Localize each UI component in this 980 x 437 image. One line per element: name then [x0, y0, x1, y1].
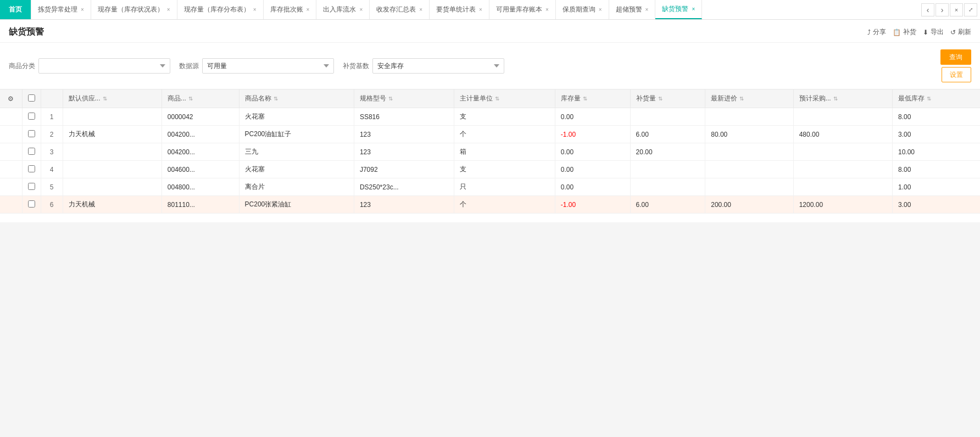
tab-close[interactable]: × — [81, 7, 84, 13]
row-latest-price — [705, 161, 793, 178]
row-select-checkbox[interactable] — [28, 113, 35, 120]
share-button[interactable]: ⤴ 分享 — [867, 27, 886, 37]
restock-button[interactable]: 📋 补货 — [893, 27, 916, 37]
row-latest-price — [705, 178, 793, 196]
tab-batch[interactable]: 库存批次账 × — [264, 0, 317, 19]
th-product-name[interactable]: 商品名称 ⇅ — [239, 89, 354, 108]
row-num: 4 — [41, 161, 63, 178]
table-row: 2 力天机械 004200... PC200油缸缸子 123 个 -1.00 6… — [0, 126, 980, 143]
export-icon: ⬇ — [923, 29, 928, 36]
tab-inout-flow[interactable]: 出入库流水 × — [316, 0, 370, 19]
tab-expand-button[interactable]: ⤢ — [964, 3, 977, 16]
row-checkbox[interactable] — [22, 143, 41, 161]
row-stock: -1.00 — [555, 196, 630, 214]
row-spec: J7092 — [354, 161, 454, 178]
tab-available-ledger[interactable]: 可用量库存账本 × — [489, 0, 556, 19]
row-est-purchase — [793, 178, 892, 196]
row-checkbox[interactable] — [22, 196, 41, 214]
tab-next-button[interactable]: › — [936, 3, 949, 16]
table-container: ⚙ 默认供应... ⇅ 商品... — [0, 89, 980, 222]
tab-overstock[interactable]: 超储预警 × — [609, 0, 656, 19]
tab-close[interactable]: × — [307, 7, 310, 13]
tab-close[interactable]: × — [479, 7, 482, 13]
tab-inventory-status[interactable]: 现存量（库存状况表） × — [91, 0, 177, 19]
th-latest-price[interactable]: 最新进价 ⇅ — [705, 89, 793, 108]
tab-exception[interactable]: 拣货异常处理 × — [31, 0, 91, 19]
th-min-stock[interactable]: 最低库存 ⇅ — [892, 89, 980, 108]
settings-button[interactable]: 设置 — [942, 67, 971, 82]
th-est-purchase[interactable]: 预计采购... ⇅ — [793, 89, 892, 108]
th-stock[interactable]: 库存量 ⇅ — [555, 89, 630, 108]
tab-close-all-button[interactable]: × — [950, 3, 963, 16]
row-latest-price — [705, 143, 793, 161]
row-select-checkbox[interactable] — [28, 148, 35, 155]
row-product-code: 801110... — [162, 196, 239, 214]
tab-expiry[interactable]: 保质期查询 × — [556, 0, 609, 19]
tab-nav-buttons: ‹ › × ⤢ — [921, 3, 980, 16]
export-button[interactable]: ⬇ 导出 — [923, 27, 944, 37]
tab-collect-summary[interactable]: 收发存汇总表 × — [370, 0, 430, 19]
restock-base-select[interactable]: 安全库存 最低库存 — [372, 58, 504, 74]
restock-base-filter-group: 补货基数 安全库存 最低库存 — [343, 58, 504, 74]
datasource-select[interactable]: 可用量 库存量 — [202, 58, 334, 74]
datasource-label: 数据源 — [179, 61, 199, 71]
row-unit: 支 — [454, 108, 555, 126]
row-restock-qty — [630, 178, 705, 196]
tab-close[interactable]: × — [419, 7, 422, 13]
refresh-button[interactable]: ↺ 刷新 — [950, 27, 971, 37]
row-product-name: 火花塞 — [239, 161, 354, 178]
row-settings — [0, 108, 22, 126]
tab-home[interactable]: 首页 — [0, 0, 31, 19]
row-num: 3 — [41, 143, 63, 161]
datasource-filter-group: 数据源 可用量 库存量 — [179, 58, 334, 74]
row-select-checkbox[interactable] — [28, 200, 35, 208]
row-stock: 0.00 — [555, 178, 630, 196]
query-button[interactable]: 查询 — [940, 49, 971, 65]
th-checkbox[interactable] — [22, 89, 41, 108]
row-select-checkbox[interactable] — [28, 165, 35, 172]
row-checkbox[interactable] — [22, 161, 41, 178]
row-unit: 支 — [454, 161, 555, 178]
tab-close[interactable]: × — [253, 7, 257, 13]
row-num: 6 — [41, 196, 63, 214]
tab-inventory-dist[interactable]: 现存量（库存分布表） × — [177, 0, 264, 19]
th-default-supplier[interactable]: 默认供应... ⇅ — [63, 89, 162, 108]
row-select-checkbox[interactable] — [28, 183, 35, 190]
sort-icon: ⇅ — [103, 96, 107, 102]
filter-right-actions: 查询 设置 — [940, 49, 971, 82]
tab-close[interactable]: × — [692, 6, 695, 12]
tab-label: 要货单统计表 — [436, 5, 476, 14]
tab-label: 可用量库存账本 — [496, 5, 542, 14]
th-restock-qty[interactable]: 补货量 ⇅ — [630, 89, 705, 108]
tab-close[interactable]: × — [599, 7, 602, 13]
tab-bar: 首页 拣货异常处理 × 现存量（库存状况表） × 现存量（库存分布表） × 库存… — [0, 0, 980, 20]
row-select-checkbox[interactable] — [28, 130, 35, 137]
row-supplier — [63, 108, 162, 126]
tab-close[interactable]: × — [645, 7, 649, 13]
gear-icon[interactable]: ⚙ — [8, 95, 14, 103]
th-settings[interactable]: ⚙ — [0, 89, 22, 108]
th-product-code[interactable]: 商品... ⇅ — [162, 89, 239, 108]
select-all-checkbox[interactable] — [28, 94, 35, 102]
tab-close[interactable]: × — [545, 7, 549, 13]
category-select[interactable] — [38, 58, 170, 74]
table-row: 3 004200... 三九 123 箱 0.00 20.00 10.00 — [0, 143, 980, 161]
row-checkbox[interactable] — [22, 178, 41, 196]
tab-close[interactable]: × — [359, 7, 363, 13]
row-spec: DS250*23c... — [354, 178, 454, 196]
row-spec: 123 — [354, 196, 454, 214]
data-table: ⚙ 默认供应... ⇅ 商品... — [0, 89, 980, 214]
tab-close[interactable]: × — [167, 7, 170, 13]
sort-icon: ⇅ — [583, 96, 587, 102]
th-unit[interactable]: 主计量单位 ⇅ — [454, 89, 555, 108]
tab-demand-stat[interactable]: 要货单统计表 × — [430, 0, 489, 19]
row-unit: 个 — [454, 196, 555, 214]
row-checkbox[interactable] — [22, 126, 41, 143]
tab-shortage[interactable]: 缺货预警 × — [655, 0, 702, 19]
page-title: 缺货预警 — [9, 26, 44, 38]
tab-prev-button[interactable]: ‹ — [921, 3, 934, 16]
sort-icon: ⇅ — [274, 96, 278, 102]
th-spec[interactable]: 规格型号 ⇅ — [354, 89, 454, 108]
row-product-code: 004200... — [162, 143, 239, 161]
row-checkbox[interactable] — [22, 108, 41, 126]
